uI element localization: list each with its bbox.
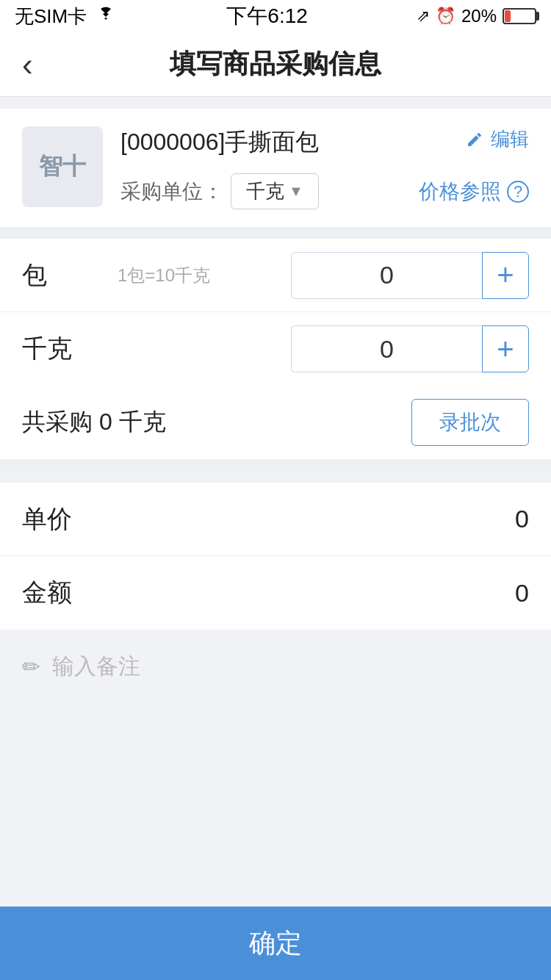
status-bar: 无SIM卡 下午6:12 ⇗ ⏰ 20% — [0, 0, 551, 32]
bag-input-right: 0 + — [210, 252, 529, 299]
divider-1 — [0, 227, 551, 239]
product-image: 智十 — [22, 126, 103, 207]
confirm-button[interactable]: 确定 — [0, 907, 551, 980]
alarm-icon: ⏰ — [436, 7, 455, 26]
product-image-text: 智十 — [39, 151, 86, 183]
amount-row: 金额 0 — [0, 556, 551, 630]
bag-plus-button[interactable]: + — [482, 252, 529, 299]
product-card: 智十 [0000006]手撕面包 编辑 采购单位： 千克 ▼ 价格参照 ? — [0, 109, 551, 227]
divider-2 — [0, 459, 551, 471]
back-button[interactable]: ‹ — [22, 48, 33, 81]
unit-select[interactable]: 千克 ▼ — [231, 173, 319, 209]
product-unit-row: 采购单位： 千克 ▼ 价格参照 ? — [120, 173, 529, 209]
amount-value: 0 — [515, 579, 529, 608]
bag-quantity-input[interactable]: 0 — [291, 252, 482, 299]
product-name: [0000006]手撕面包 — [120, 126, 319, 159]
wifi-icon — [94, 5, 118, 28]
page-title: 填写商品采购信息 — [170, 46, 381, 82]
total-row: 共采购 0 千克 录批次 — [0, 386, 551, 459]
unit-price-row: 单价 0 — [0, 483, 551, 556]
battery-icon — [503, 8, 536, 24]
status-time: 下午6:12 — [226, 2, 308, 30]
bag-input-row: 包 1包=10千克 0 + — [0, 239, 551, 312]
product-info: [0000006]手撕面包 编辑 采购单位： 千克 ▼ 价格参照 ? — [120, 126, 529, 209]
kg-plus-button[interactable]: + — [482, 325, 529, 372]
record-batch-button[interactable]: 录批次 — [411, 399, 529, 446]
price-ref-button[interactable]: 价格参照 ? — [419, 178, 529, 206]
kg-input-right: 0 + — [110, 325, 529, 372]
location-icon: ⇗ — [417, 7, 430, 26]
unit-price-label: 单价 — [22, 502, 72, 536]
kg-label: 千克 — [22, 332, 110, 366]
remark-placeholder: 输入备注 — [52, 652, 140, 682]
product-edit-button[interactable]: 编辑 — [466, 126, 529, 152]
status-left: 无SIM卡 — [15, 4, 118, 29]
kg-input-row: 千克 0 + — [0, 312, 551, 386]
bag-sublabel: 1包=10千克 — [118, 264, 210, 287]
battery-percent: 20% — [461, 6, 497, 26]
help-icon: ? — [507, 181, 529, 203]
amount-label: 金额 — [22, 576, 72, 610]
unit-price-value: 0 — [515, 505, 529, 533]
input-section: 包 1包=10千克 0 + 千克 0 + — [0, 239, 551, 386]
status-right: ⇗ ⏰ 20% — [417, 6, 536, 26]
kg-quantity-input[interactable]: 0 — [291, 325, 482, 372]
carrier-text: 无SIM卡 — [15, 4, 87, 29]
price-section: 单价 0 金额 0 — [0, 483, 551, 630]
bag-label: 包 — [22, 259, 110, 292]
pencil-icon: ✏ — [22, 654, 40, 680]
product-header: [0000006]手撕面包 编辑 — [120, 126, 529, 159]
dropdown-arrow-icon: ▼ — [289, 183, 303, 200]
unit-label: 采购单位： — [120, 178, 223, 206]
price-ref-label: 价格参照 — [419, 178, 501, 206]
nav-bar: ‹ 填写商品采购信息 — [0, 32, 551, 97]
remark-section[interactable]: ✏ 输入备注 — [0, 630, 551, 704]
unit-value: 千克 — [246, 179, 284, 204]
total-text: 共采购 0 千克 — [22, 406, 166, 439]
